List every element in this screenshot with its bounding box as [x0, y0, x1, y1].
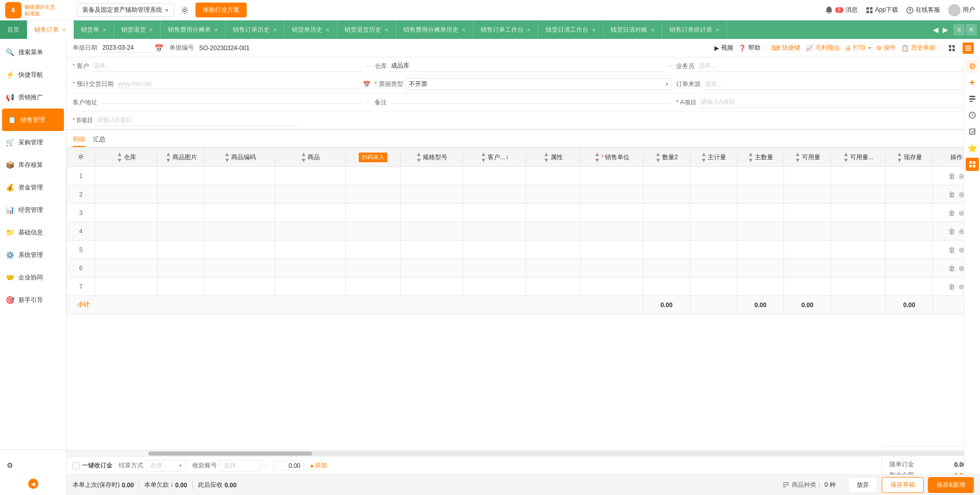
add-button[interactable]: ● 添加 [310, 461, 327, 470]
nav-tab-stats-close[interactable]: ✕ [715, 27, 720, 33]
b-project-input[interactable]: 请输入B项目 [95, 115, 300, 126]
th-settings[interactable] [67, 148, 95, 167]
nav-tab-expense-split-close[interactable]: ✕ [214, 27, 218, 33]
nav-tab-sales-order-close[interactable]: ✕ [62, 27, 66, 33]
nav-tab-sales-receipt[interactable]: 销货单 ✕ [74, 20, 114, 39]
right-settings-icon[interactable]: ⚙ [966, 59, 979, 73]
qty2-sort-icon[interactable]: ▲▼ [655, 151, 661, 163]
debit-info-icon[interactable]: ℹ [171, 482, 173, 488]
sidebar-item-search[interactable]: 🔍 搜索菜单 [0, 41, 66, 63]
sidebar-item-system[interactable]: ⚙️ 系统管理 [0, 244, 66, 266]
toolbar-profit[interactable]: 📈 毛利预估 [805, 44, 840, 52]
delivery-input[interactable]: yyyy-mm-dd [116, 79, 361, 89]
nav-tab-stats[interactable]: 销售订单统计表 ✕ [662, 20, 727, 39]
address-more-icon[interactable]: ··· [365, 99, 371, 106]
nav-tab-expense-history-close[interactable]: ✕ [462, 27, 466, 33]
main-qty-sort-icon[interactable]: ▲▼ [748, 151, 754, 163]
nav-tab-workbench[interactable]: 销售订单工作台 ✕ [473, 20, 538, 39]
sidebar-item-purchase[interactable]: 🛒 采购管理 [0, 131, 66, 154]
nav-menu-btn[interactable]: ≡ [953, 24, 965, 35]
warehouse-value[interactable]: 成品库 [389, 60, 664, 72]
customer-input[interactable]: 选择... [91, 60, 362, 72]
sidebar-item-marketing[interactable]: 📢 营销推广 [0, 86, 66, 109]
sidebar-item-guide[interactable]: 🎯 新手引导 [0, 289, 66, 311]
image-sort-icon[interactable]: ▲▼ [165, 151, 171, 163]
a-project-input[interactable]: 请输入A项目 [699, 97, 974, 108]
code-sort-icon[interactable]: ▲▼ [224, 151, 230, 163]
attr-sort-icon[interactable]: ▲▼ [543, 151, 550, 163]
remark-input[interactable] [389, 101, 672, 104]
delete-row-7-icon[interactable]: 🗑 [948, 283, 955, 291]
stock-sort-icon[interactable]: ▲▼ [897, 151, 903, 163]
nav-tab-expense-history[interactable]: 销售费用分摊单历史 ✕ [396, 20, 473, 39]
one-click-checkbox[interactable]: 一键收订金 [73, 461, 113, 470]
order-source-input[interactable]: 选择... [703, 79, 974, 90]
delivery-calendar-icon[interactable]: 📅 [363, 81, 371, 88]
one-click-check-icon[interactable] [73, 462, 80, 469]
nav-tab-receipt-history-close[interactable]: ✕ [325, 27, 330, 33]
sidebar-item-basic[interactable]: 📁 基础信息 [0, 221, 66, 244]
main-unit-sort-icon[interactable]: ▲▼ [701, 151, 707, 163]
toolbar-ops[interactable]: ⚙ 操作 [876, 44, 896, 52]
calendar-icon[interactable]: 📅 [155, 44, 163, 52]
nav-tab-receipt-history[interactable]: 销货单历史 ✕ [285, 20, 337, 39]
warehouse-sort-icon[interactable]: ▲▼ [117, 151, 123, 163]
print-arrow-icon[interactable]: ▾ [868, 45, 871, 51]
nav-close-all-btn[interactable]: ✕ [966, 24, 977, 35]
nav-tab-sales-receipt-close[interactable]: ✕ [102, 27, 106, 33]
sidebar-item-operations[interactable]: 📊 经营管理 [0, 199, 66, 221]
right-icon4[interactable]: ⭐ [966, 141, 979, 155]
nav-tab-daily-work[interactable]: 钱货日清工作台 ✕ [538, 20, 603, 39]
nav-tab-home[interactable]: 首页 [0, 20, 27, 39]
product-sort-icon[interactable]: ▲▼ [300, 151, 307, 163]
user-item[interactable]: 用户 [948, 4, 975, 16]
spec-sort-icon[interactable]: ▲▼ [416, 151, 422, 163]
nav-tab-sales-return[interactable]: 销货退货 ✕ [114, 20, 161, 39]
nav-tab-return-history-close[interactable]: ✕ [384, 27, 388, 33]
settings-button[interactable] [177, 3, 192, 18]
cust-sort-icon[interactable]: ▲▼ [481, 151, 487, 163]
save-draft-button[interactable]: 保存草稿 [882, 477, 924, 493]
delete-row-6-icon[interactable]: 🗑 [948, 264, 955, 272]
nav-tab-expense-split[interactable]: 销售费用分摊单 ✕ [161, 20, 226, 39]
nav-tab-workbench-close[interactable]: ✕ [527, 27, 531, 33]
avail2-sort-icon[interactable]: ▲▼ [843, 151, 849, 163]
view-grid-btn[interactable] [946, 42, 957, 54]
discard-button[interactable]: 放弃 [848, 477, 878, 493]
nav-tab-daily-work-close[interactable]: ✕ [592, 27, 596, 33]
nav-tab-sales-order[interactable]: 销售订单 ✕ [27, 20, 74, 39]
sidebar-item-corp[interactable]: 🤝 企业协同 [0, 266, 66, 289]
online-service-item[interactable]: 在线客服 [906, 6, 940, 14]
sidebar-item-inventory[interactable]: 📦 库存核算 [0, 154, 66, 176]
right-icon5[interactable] [966, 158, 979, 171]
account-select[interactable]: 选择... [219, 460, 260, 471]
sidebar-item-sales[interactable]: 📋 销售管理 [2, 109, 64, 131]
toolbar-video[interactable]: ▶ 视频 [714, 44, 733, 52]
nav-tab-reconcile-close[interactable]: ✕ [650, 27, 655, 33]
app-download-item[interactable]: App下载 [866, 6, 898, 14]
right-add-icon[interactable]: + [966, 76, 979, 89]
right-icon1[interactable] [966, 92, 979, 105]
account-more-icon[interactable]: ··· [262, 462, 267, 469]
nav-next-btn[interactable]: ▶ [941, 26, 950, 34]
warehouse-more-icon[interactable]: ··· [667, 62, 672, 70]
avail-sort-icon[interactable]: ▲▼ [795, 151, 801, 163]
industry-button[interactable]: 体验行业方案 [195, 3, 247, 17]
right-icon2[interactable] [966, 109, 979, 122]
save-new-button[interactable]: 保存&新增 [928, 477, 974, 493]
system-selector[interactable]: 装备及固定资产辅助管理系统 ▾ [77, 3, 174, 17]
invoice-select[interactable]: 不开票 ▾ [405, 78, 672, 90]
sidebar-item-nav[interactable]: ⚡ 快捷导航 [0, 63, 66, 86]
notification-item[interactable]: 9 消息 [825, 6, 858, 14]
toolbar-history[interactable]: 📋 历史单据 [901, 44, 935, 52]
amount-input[interactable] [273, 461, 304, 471]
cust-info-icon[interactable]: ℹ [506, 155, 508, 160]
tab-detail[interactable]: 明细 [73, 133, 85, 147]
staff-input[interactable]: 选择... [696, 60, 974, 72]
tab-summary[interactable]: 汇总 [93, 133, 105, 147]
delete-row-4-icon[interactable]: 🗑 [948, 227, 955, 235]
toolbar-shortcut[interactable]: ⌨ 快捷键 [771, 44, 800, 52]
scan-btn[interactable]: 扫码录入 [359, 153, 387, 162]
customer-more-icon[interactable]: ··· [365, 62, 371, 70]
sidebar-item-finance[interactable]: 💰 资金管理 [0, 176, 66, 199]
